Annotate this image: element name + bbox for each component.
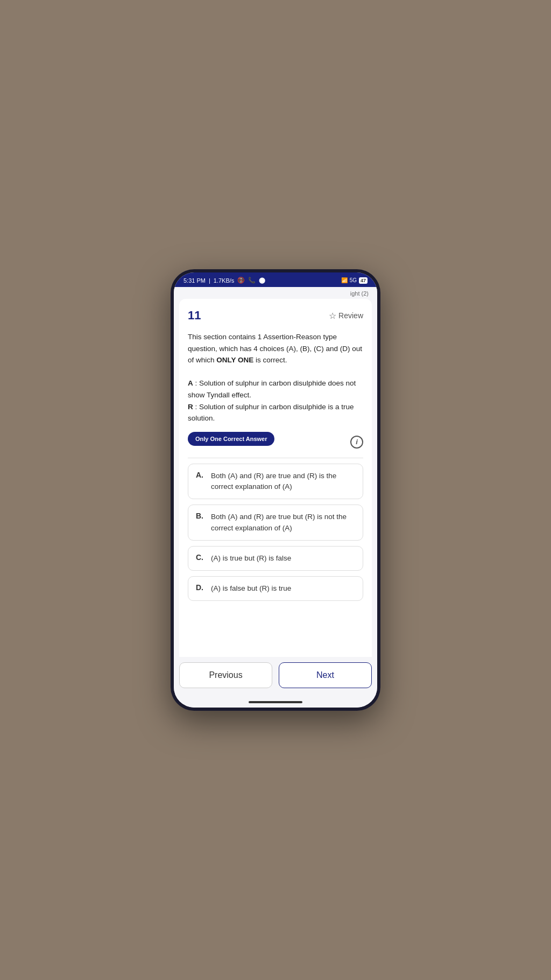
review-label: Review — [338, 311, 363, 320]
star-icon: ☆ — [329, 311, 336, 321]
question-description: This section contains 1 Assertion-Reason… — [188, 331, 363, 424]
option-d-letter: D. — [196, 583, 204, 592]
question-header: 11 ☆ Review — [188, 309, 363, 323]
main-content: 11 ☆ Review This section contains 1 Asse… — [179, 299, 372, 657]
assertion-text: : Solution of sulphur in carbon disulphi… — [188, 379, 356, 399]
alarm-icon: 📵 — [237, 277, 245, 284]
network-type: 5G — [350, 277, 357, 283]
status-left: 5:31 PM | 1.7KB/s 📵 📞 ⬤ — [183, 277, 265, 284]
info-icon[interactable]: i — [350, 436, 363, 449]
option-d-text: (A) is false but (R) is true — [211, 583, 291, 594]
signal-icon: 📶 — [341, 277, 348, 283]
call-icon: 📞 — [248, 277, 256, 284]
partial-title: ight (2) — [350, 290, 369, 297]
next-button[interactable]: Next — [279, 662, 372, 688]
battery-level: 47 — [359, 277, 368, 284]
question-number: 11 — [188, 309, 201, 323]
divider — [188, 458, 363, 458]
data-speed: | — [209, 277, 210, 284]
home-bar — [249, 701, 302, 703]
options-list: A. Both (A) and (R) are true and (R) is … — [188, 464, 363, 601]
description-text: This section contains 1 Assertion-Reason… — [188, 333, 362, 364]
data-rate: 1.7KB/s — [214, 277, 235, 284]
status-right: 📶 5G 47 — [341, 277, 368, 284]
phone-screen: 5:31 PM | 1.7KB/s 📵 📞 ⬤ 📶 5G 47 ight (2)… — [174, 272, 377, 708]
reason-label: R — [188, 403, 193, 411]
option-b[interactable]: B. Both (A) and (R) are true but (R) is … — [188, 505, 363, 541]
status-bar: 5:31 PM | 1.7KB/s 📵 📞 ⬤ 📶 5G 47 — [174, 272, 377, 287]
phone-frame: 5:31 PM | 1.7KB/s 📵 📞 ⬤ 📶 5G 47 ight (2)… — [171, 269, 380, 711]
answer-type-row: Only One Correct Answer i — [188, 432, 363, 452]
assertion-label: A — [188, 379, 193, 387]
option-a-text: Both (A) and (R) are true and (R) is the… — [211, 471, 355, 493]
navigation-buttons: Previous Next — [174, 657, 377, 697]
top-navigation-bar: ight (2) — [174, 287, 377, 299]
answer-type-badge: Only One Correct Answer — [188, 432, 274, 446]
review-button[interactable]: ☆ Review — [329, 311, 363, 321]
home-indicator — [174, 697, 377, 708]
option-d[interactable]: D. (A) is false but (R) is true — [188, 576, 363, 601]
option-c-text: (A) is true but (R) is false — [211, 553, 291, 564]
previous-button[interactable]: Previous — [179, 662, 272, 688]
option-b-letter: B. — [196, 512, 204, 520]
time-display: 5:31 PM — [183, 277, 206, 284]
option-a-letter: A. — [196, 471, 204, 479]
reason-text: : Solution of sulphur in carbon disulphi… — [188, 403, 354, 423]
option-a[interactable]: A. Both (A) and (R) are true and (R) is … — [188, 464, 363, 500]
option-c-letter: C. — [196, 553, 204, 562]
option-c[interactable]: C. (A) is true but (R) is false — [188, 546, 363, 571]
circle-icon: ⬤ — [259, 277, 265, 284]
option-b-text: Both (A) and (R) are true but (R) is not… — [211, 512, 355, 534]
